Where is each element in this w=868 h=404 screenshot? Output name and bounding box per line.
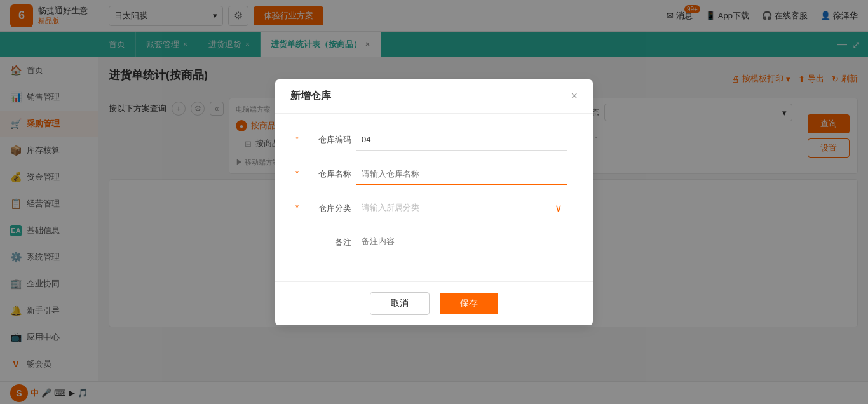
- warehouse-code-row: 仓库编码: [301, 129, 567, 151]
- warehouse-remark-label: 备注: [301, 237, 351, 248]
- warehouse-remark-input[interactable]: [356, 232, 567, 253]
- dialog-close-button[interactable]: ×: [571, 90, 578, 102]
- warehouse-remark-row: 备注: [301, 232, 567, 253]
- modal-overlay: 新增仓库 × 仓库编码 仓库名称 仓库分类 请输入所属分类 ∨: [0, 0, 868, 404]
- warehouse-name-label: 仓库名称: [301, 168, 351, 180]
- category-dropdown-icon: ∨: [555, 202, 562, 214]
- new-warehouse-dialog: 新增仓库 × 仓库编码 仓库名称 仓库分类 请输入所属分类 ∨: [275, 79, 593, 325]
- cancel-button[interactable]: 取消: [370, 292, 430, 315]
- dialog-footer: 取消 保存: [275, 281, 593, 325]
- warehouse-name-input[interactable]: [356, 163, 567, 185]
- warehouse-code-label: 仓库编码: [301, 134, 351, 145]
- dialog-title: 新增仓库: [290, 90, 331, 103]
- warehouse-category-row: 仓库分类 请输入所属分类 ∨: [301, 198, 567, 219]
- warehouse-category-label: 仓库分类: [301, 203, 351, 214]
- save-button[interactable]: 保存: [440, 293, 498, 314]
- dialog-body: 仓库编码 仓库名称 仓库分类 请输入所属分类 ∨ 备注: [275, 114, 593, 281]
- dialog-header: 新增仓库 ×: [275, 79, 593, 114]
- warehouse-name-row: 仓库名称: [301, 163, 567, 185]
- warehouse-category-select[interactable]: 请输入所属分类 ∨: [356, 198, 567, 219]
- warehouse-code-input[interactable]: [356, 129, 567, 151]
